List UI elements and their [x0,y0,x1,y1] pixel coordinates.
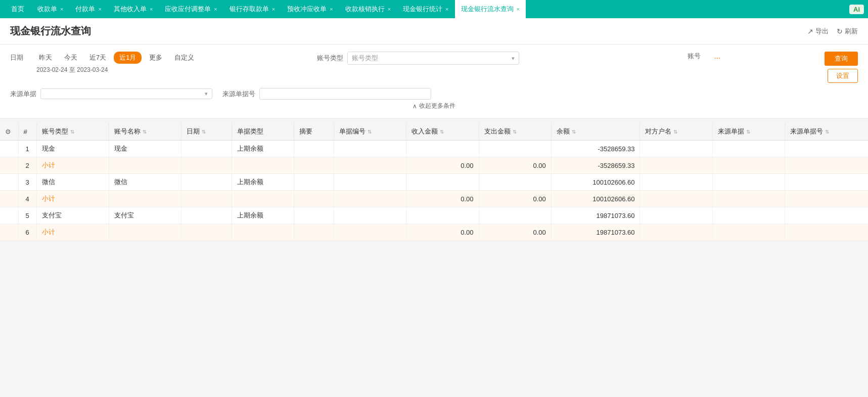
account-type-label: 账号类型 [317,54,343,63]
table-row: 4小计0.000.00100102606.60 [0,191,868,207]
collapse-chevron-icon: ∧ [413,103,417,110]
data-table: ⚙ # 账号类型 ⇅ 账号名称 ⇅ 日期 [0,123,868,241]
sort-doc-no-icon: ⇅ [368,129,372,135]
nav-tab-3[interactable]: 应收应付调整单 × [159,0,223,18]
table-row: 6小计0.000.0019871073.60 [0,224,868,241]
sort-source-doc-icon: ⇅ [746,129,750,135]
close-tab-4[interactable]: × [272,6,275,12]
top-navigation: 首页 收款单 × 付款单 × 其他收入单 × 应收应付调整单 × 银行存取款单 … [0,0,868,18]
settings-button[interactable]: 设置 [828,69,858,83]
date-options: 昨天 今天 近7天 近1月 更多 自定义 [34,52,199,64]
account-label: 账号 [688,52,708,61]
table-container: ⚙ # 账号类型 ⇅ 账号名称 ⇅ 日期 [0,123,868,241]
source-doc-chevron-icon: ▾ [205,91,208,97]
page-title: 现金银行流水查询 [10,24,91,38]
close-tab-3[interactable]: × [214,6,217,12]
page-header: 现金银行流水查询 ↗ 导出 ↻ 刷新 [0,18,868,45]
table-header-row: ⚙ # 账号类型 ⇅ 账号名称 ⇅ 日期 [0,123,868,141]
source-doc-no-input[interactable] [259,88,431,100]
sort-balance-icon: ⇅ [572,129,576,135]
close-tab-7[interactable]: × [445,6,448,12]
date-btn-7days[interactable]: 近7天 [85,52,111,64]
sort-account-type-icon: ⇅ [70,129,74,135]
th-summary: 摘要 [294,123,334,141]
nav-tab-8[interactable]: 现金银行流水查询 × [455,0,526,18]
th-num: # [18,123,36,141]
th-counterparty[interactable]: 对方户名 ⇅ [640,123,712,141]
nav-tab-7[interactable]: 现金银行统计 × [397,0,454,18]
date-btn-more[interactable]: 更多 [145,52,167,64]
filter-area: 日期 昨天 今天 近7天 近1月 更多 自定义 2023-02-24 至 202… [0,45,868,119]
th-account-name[interactable]: 账号名称 ⇅ [109,123,181,141]
refresh-icon: ↻ [837,27,843,35]
close-tab-2[interactable]: × [150,6,153,12]
ai-badge[interactable]: Ai [849,5,864,14]
sort-income-icon: ⇅ [440,129,444,135]
nav-tab-5[interactable]: 预收冲应收单 × [281,0,339,18]
refresh-button[interactable]: ↻ 刷新 [837,27,858,36]
th-account-type[interactable]: 账号类型 ⇅ [36,123,109,141]
export-button[interactable]: ↗ 导出 [807,27,829,36]
account-type-select[interactable]: 账号类型 ▾ [347,52,519,65]
th-date[interactable]: 日期 ⇅ [181,123,232,141]
th-doc-no[interactable]: 单据编号 ⇅ [334,123,406,141]
sort-date-icon: ⇅ [202,129,206,135]
sort-expense-icon: ⇅ [513,129,517,135]
th-balance[interactable]: 余额 ⇅ [551,123,640,141]
close-tab-8[interactable]: × [517,6,520,12]
sort-account-name-icon: ⇅ [143,129,147,135]
table-row: 3微信微信上期余额100102606.60 [0,174,868,191]
query-button[interactable]: 查询 [825,52,858,66]
close-tab-6[interactable]: × [388,6,391,12]
th-doc-type: 单据类型 [232,123,294,141]
date-btn-today[interactable]: 今天 [60,52,82,64]
nav-tab-6[interactable]: 收款核销执行 × [339,0,397,18]
sort-counterparty-icon: ⇅ [673,129,677,135]
header-actions: ↗ 导出 ↻ 刷新 [807,27,858,36]
th-gear: ⚙ [0,123,18,141]
sort-source-doc-no-icon: ⇅ [825,129,829,135]
nav-tab-1[interactable]: 付款单 × [69,0,107,18]
date-label: 日期 [10,53,30,62]
source-doc-no-label: 来源单据号 [222,90,255,99]
table-row: 5支付宝支付宝上期余额19871073.60 [0,207,868,224]
nav-tab-4[interactable]: 银行存取款单 × [223,0,281,18]
table-row: 2小计0.000.00-3528659.33 [0,157,868,174]
th-source-doc-no[interactable]: 来源单据号 ⇅ [785,123,868,141]
account-ellipsis-button[interactable]: ... [712,52,722,61]
export-icon: ↗ [807,27,813,35]
date-btn-custom[interactable]: 自定义 [170,52,199,64]
source-doc-label: 来源单据 [10,90,36,99]
table-row: 1现金现金上期余额-3528659.33 [0,141,868,157]
close-tab-5[interactable]: × [330,6,333,12]
table-body: 1现金现金上期余额-3528659.332小计0.000.00-3528659.… [0,141,868,241]
date-range-display: 2023-02-24 至 2023-03-24 [36,66,108,74]
source-doc-select[interactable]: ▾ [40,89,212,99]
account-type-chevron-icon: ▾ [512,55,515,62]
column-settings-icon[interactable]: ⚙ [5,128,11,136]
close-tab-0[interactable]: × [60,6,63,12]
th-income[interactable]: 收入金额 ⇅ [406,123,479,141]
th-source-doc[interactable]: 来源单据 ⇅ [712,123,785,141]
date-btn-yesterday[interactable]: 昨天 [34,52,57,64]
nav-tab-0[interactable]: 收款单 × [31,0,69,18]
th-expense[interactable]: 支出金额 ⇅ [479,123,551,141]
nav-tab-2[interactable]: 其他收入单 × [108,0,159,18]
nav-home[interactable]: 首页 [4,0,31,18]
close-tab-1[interactable]: × [98,6,101,12]
date-btn-1month[interactable]: 近1月 [114,52,142,64]
collapse-bar[interactable]: ∧ 收起更多条件 [10,100,858,111]
